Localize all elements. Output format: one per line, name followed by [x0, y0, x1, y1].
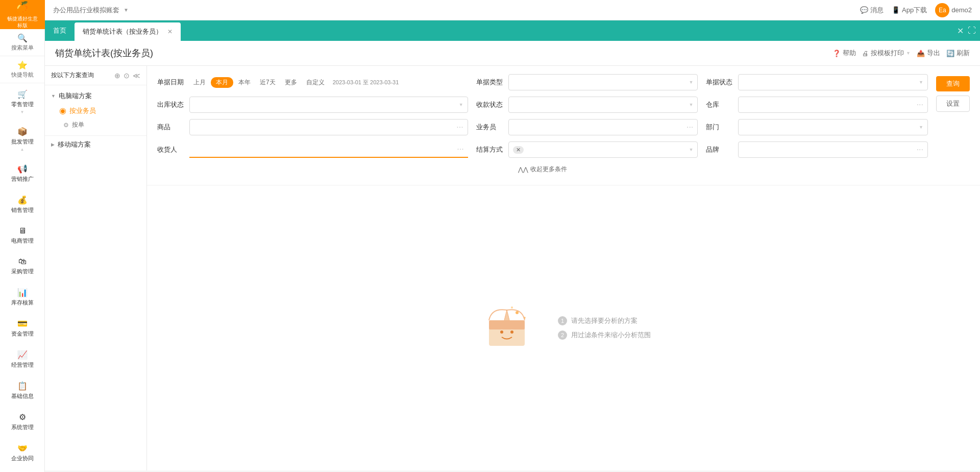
- sidebar-item-ecommerce[interactable]: 🖥 电商管理: [0, 220, 44, 251]
- salesperson-select[interactable]: ···: [508, 119, 698, 135]
- user-name: demo2: [951, 6, 972, 14]
- sidebar-item-marketing[interactable]: 📢 营销推广: [0, 158, 44, 189]
- date-tab-last-7-days[interactable]: 近7天: [256, 77, 280, 88]
- doc-status-select[interactable]: ▼: [738, 74, 928, 90]
- scheme-item-by-salesperson[interactable]: ◉ 按业务员: [45, 103, 146, 119]
- settle-method-label: 结算方式: [476, 145, 504, 154]
- filter-area: 单据日期 上月 本月 本年 近7天 更多 自定义: [147, 66, 980, 185]
- user-profile[interactable]: Ea demo2: [935, 3, 972, 17]
- sidebar-item-purchase[interactable]: 🛍 采购管理: [0, 251, 44, 281]
- by-salesperson-label: 按业务员: [69, 106, 96, 115]
- filter-dept: 部门 ▼: [706, 119, 928, 135]
- date-label: 单据日期: [157, 78, 185, 87]
- template-print-button[interactable]: 🖨 按模板打印 ▼: [862, 49, 911, 58]
- date-tab-this-year[interactable]: 本年: [234, 77, 255, 88]
- tab-expand-icon[interactable]: ⛶: [968, 26, 976, 35]
- filter-goods: 商品 ···: [157, 119, 468, 135]
- doc-status-chevron: ▼: [919, 80, 923, 85]
- receipt-status-chevron: ▼: [689, 102, 693, 107]
- brand-dots: ···: [917, 145, 923, 154]
- receiver-input[interactable]: ···: [189, 141, 468, 158]
- topbar-right: 💬 消息 📱 App下载 Ea demo2: [860, 3, 972, 17]
- query-button[interactable]: 查询: [936, 76, 970, 91]
- sidebar-item-newbie[interactable]: 🎯 新手引导: [0, 468, 44, 472]
- svg-point-5: [500, 331, 503, 334]
- out-status-select[interactable]: ▼: [189, 97, 468, 113]
- collapse-bar[interactable]: ⋀⋀ 收起更多条件: [157, 162, 928, 177]
- svg-point-4: [511, 306, 513, 309]
- refresh-button[interactable]: 🔄 刷新: [946, 49, 970, 58]
- add-scheme-icon[interactable]: ⊕: [114, 72, 120, 80]
- sidebar-item-basics[interactable]: 📋 基础信息: [0, 375, 44, 406]
- sidebar-item-wholesale[interactable]: 📦 批发管理 ▲: [0, 121, 44, 158]
- svg-point-6: [510, 331, 513, 334]
- tip-text-2: 用过滤条件来缩小分析范围: [571, 331, 651, 340]
- app-download-button[interactable]: 📱 App下载: [892, 6, 927, 15]
- sidebar-item-retail[interactable]: 🛒 零售管理 ▼: [0, 83, 44, 121]
- settle-method-tag-close[interactable]: ✕: [516, 147, 521, 153]
- sidebar-item-inventory[interactable]: 📊 库存核算: [0, 281, 44, 313]
- dept-chevron: ▼: [919, 125, 923, 130]
- tabbar-actions: ✕ ⛶: [957, 26, 980, 36]
- scheme-sub-by-order[interactable]: ⚙ 按单: [45, 119, 146, 131]
- receiver-label: 收货人: [157, 145, 185, 154]
- template-print-label: 按模板打印: [871, 49, 904, 58]
- refresh-icon: 🔄: [946, 50, 954, 57]
- sidebar-item-finance[interactable]: 💳 资金管理: [0, 313, 44, 344]
- dept-select[interactable]: ▼: [738, 119, 928, 135]
- filter-out-status: 出库状态 ▼: [157, 97, 468, 113]
- download-icon: 📱: [892, 6, 900, 14]
- mobile-group-arrow: ▶: [51, 142, 55, 147]
- collapse-label: 收起更多条件: [530, 165, 567, 174]
- goods-select[interactable]: ···: [189, 119, 468, 135]
- collapse-up-icon: ⋀⋀: [518, 166, 528, 173]
- active-scheme-icon: ◉: [59, 106, 66, 115]
- sidebar-item-enterprise[interactable]: 🤝 企业协同: [0, 437, 44, 468]
- doc-type-label: 单据类型: [476, 78, 504, 87]
- messages-button[interactable]: 💬 消息: [860, 6, 884, 15]
- sidebar-item-quick-nav[interactable]: ⭐ 快捷导航: [0, 56, 44, 83]
- tab-home[interactable]: 首页: [45, 20, 75, 41]
- date-tab-last-month[interactable]: 上月: [189, 77, 210, 88]
- warehouse-select[interactable]: ···: [738, 97, 928, 113]
- tab-close-all-icon[interactable]: ✕: [957, 26, 964, 36]
- brand-select[interactable]: ···: [738, 141, 928, 158]
- user-avatar: Ea: [935, 3, 949, 17]
- receipt-status-select[interactable]: ▼: [508, 97, 698, 113]
- filter-doc-status: 单据状态 ▼: [706, 74, 928, 90]
- filter-warehouse: 仓库 ···: [706, 97, 928, 113]
- account-selector[interactable]: 办公用品行业模拟账套: [53, 6, 119, 15]
- date-tab-custom[interactable]: 自定义: [302, 77, 329, 88]
- doc-type-select[interactable]: ▼: [508, 74, 698, 90]
- scheme-group-desktop: ▼ 电脑端方案 ◉ 按业务员 ⚙ 按单: [45, 85, 146, 135]
- warehouse-label: 仓库: [706, 100, 734, 109]
- svg-rect-1: [489, 320, 525, 329]
- settings-button[interactable]: 设置: [936, 96, 970, 112]
- date-tab-this-month[interactable]: 本月: [211, 77, 233, 88]
- by-order-label: 按单: [72, 121, 84, 129]
- sidebar-item-sales[interactable]: 💰 销售管理: [0, 189, 44, 220]
- scheme-group-desktop-title[interactable]: ▼ 电脑端方案: [45, 89, 146, 103]
- empty-state: 1 请先选择要分析的方案 2 用过滤条件来缩小分析范围: [147, 185, 980, 470]
- account-dropdown-icon[interactable]: ▼: [124, 7, 129, 13]
- sidebar-item-operation[interactable]: 📈 经营管理: [0, 344, 44, 375]
- sidebar-item-system[interactable]: ⚙ 系统管理: [0, 406, 44, 437]
- collapse-scheme-icon[interactable]: ≪: [133, 72, 140, 80]
- page-actions: ❓ 帮助 🖨 按模板打印 ▼ 📤 导出 🔄 刷新: [832, 49, 970, 58]
- tab-close-icon[interactable]: ✕: [167, 28, 173, 35]
- home-tab-label: 首页: [53, 26, 66, 35]
- desktop-group-arrow: ▼: [51, 93, 56, 99]
- tab-sales-stats[interactable]: 销货单统计表（按业务员） ✕: [75, 22, 181, 41]
- sub-icon: ⚙: [63, 122, 69, 129]
- settings-scheme-icon[interactable]: ⊙: [124, 72, 130, 80]
- filter-row-4: 收货人 ··· 结算方式 ✕: [157, 141, 928, 158]
- scheme-group-mobile[interactable]: ▶ 移动端方案: [45, 135, 146, 153]
- settle-method-select[interactable]: ✕ ▼: [508, 141, 698, 158]
- print-dropdown-icon: ▼: [906, 51, 911, 56]
- help-button[interactable]: ❓ 帮助: [832, 49, 856, 58]
- scheme-header-actions: ⊕ ⊙ ≪: [114, 72, 140, 80]
- date-tab-more[interactable]: 更多: [281, 77, 301, 88]
- export-button[interactable]: 📤 导出: [917, 49, 940, 58]
- sidebar-item-search-menu[interactable]: 🔍 搜索菜单: [0, 29, 44, 56]
- filter-buttons: 查询 设置: [936, 74, 970, 177]
